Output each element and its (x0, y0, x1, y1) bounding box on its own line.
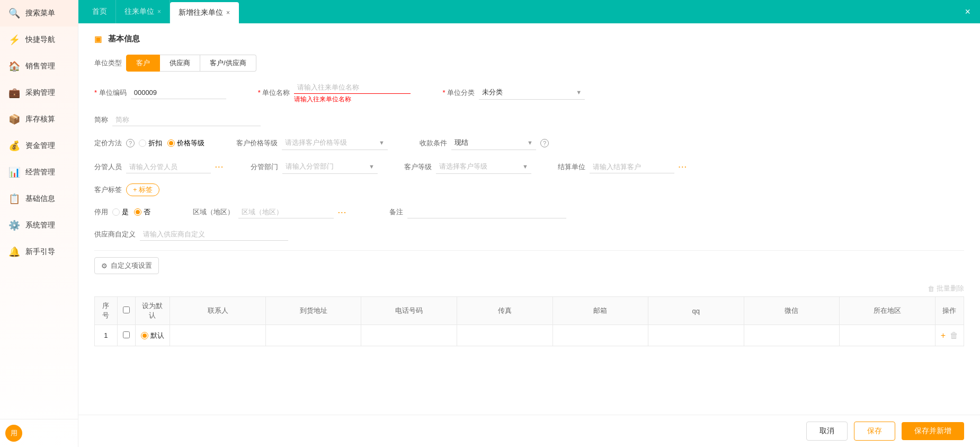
settlement-unit-more-icon[interactable]: ··· (679, 163, 688, 171)
customer-level-label: 客户等级 (404, 162, 432, 172)
tab-home[interactable]: 首页 (84, 0, 116, 23)
supplier-custom-input[interactable] (140, 228, 288, 241)
row-email-input[interactable] (558, 329, 643, 341)
row-region[interactable] (840, 325, 936, 346)
tag-label: 客户标签 (94, 185, 122, 195)
row-phone-input[interactable] (367, 329, 451, 341)
payment-terms-select[interactable]: 现结 ▼ (451, 136, 536, 150)
operations-icon: 📊 (8, 166, 20, 178)
custom-settings-row: ⚙ 自定义项设置 (94, 257, 964, 274)
row-wechat-input[interactable] (750, 329, 834, 341)
region-more-icon[interactable]: ··· (338, 208, 347, 216)
customer-level-select[interactable]: 请选择客户等级 ▼ (436, 160, 531, 174)
payment-help-icon[interactable]: ? (540, 139, 549, 147)
cancel-button[interactable]: 取消 (806, 422, 848, 441)
row-fax[interactable] (457, 325, 553, 346)
remark-group: 备注 (389, 206, 566, 218)
customer-price-select[interactable]: 请选择客户价格等级 ▼ (282, 136, 388, 150)
pricing-help-icon[interactable]: ? (126, 139, 135, 147)
save-button[interactable]: 保存 (854, 422, 895, 441)
guide-icon: 🔔 (8, 246, 20, 258)
tab-counterpart[interactable]: 往来单位 × (116, 0, 170, 23)
type-btn-supplier[interactable]: 供应商 (160, 55, 200, 72)
tab-counterpart-close[interactable]: × (157, 8, 161, 15)
pricing-radio-level[interactable]: 价格等级 (167, 138, 204, 148)
row-contact-input[interactable] (175, 329, 260, 341)
row-phone[interactable] (361, 325, 457, 346)
unit-name-input-wrapper: 请输入往来单位名称 (294, 81, 411, 104)
unit-category-chevron: ▼ (576, 89, 582, 95)
disabled-label: 停用 (94, 207, 108, 217)
add-tag-button[interactable]: + 标签 (126, 183, 159, 196)
row-default-radio[interactable]: 默认 (141, 331, 165, 340)
row-address[interactable] (265, 325, 361, 346)
row-wechat[interactable] (744, 325, 840, 346)
sidebar-item-purchase[interactable]: 💼 采购管理 (0, 80, 78, 106)
unit-code-label: * 单位编码 (94, 88, 127, 98)
row-fax-input[interactable] (462, 329, 547, 341)
unit-category-select[interactable]: 未分类 ▼ (479, 85, 585, 100)
row-checkbox[interactable] (117, 325, 135, 346)
sidebar-item-finance[interactable]: 💰 资金管理 (0, 133, 78, 159)
row-delete-button[interactable]: 🗑 (950, 331, 958, 340)
manager-input[interactable] (126, 161, 211, 173)
sidebar-item-quick-nav[interactable]: ⚡ 快捷导航 (0, 27, 78, 53)
tab-new-counterpart-close[interactable]: × (226, 9, 230, 16)
custom-settings-button[interactable]: ⚙ 自定义项设置 (94, 257, 159, 274)
sidebar-item-guide[interactable]: 🔔 新手引导 (0, 239, 78, 265)
sidebar-item-search[interactable]: 🔍 搜索菜单 (0, 0, 78, 27)
department-chevron: ▼ (369, 163, 375, 170)
radio-discount-circle (139, 139, 146, 147)
window-close-button[interactable]: × (960, 6, 975, 17)
sidebar-item-system[interactable]: ⚙️ 系统管理 (0, 212, 78, 239)
basic-icon: 📋 (8, 193, 20, 205)
short-name-input[interactable] (112, 113, 261, 126)
row-region-input[interactable] (845, 329, 930, 341)
row-qq-input[interactable] (654, 329, 738, 341)
row-default[interactable]: 默认 (135, 325, 170, 346)
type-btn-both[interactable]: 客户/供应商 (200, 55, 256, 72)
sidebar-item-basic[interactable]: 📋 基础信息 (0, 186, 78, 212)
unit-code-input[interactable] (131, 86, 226, 99)
col-email: 邮箱 (553, 297, 648, 325)
sidebar-item-operations[interactable]: 📊 经营管理 (0, 159, 78, 186)
row-contact[interactable] (170, 325, 266, 346)
row-actions: + 🗑 (935, 325, 964, 346)
tab-new-counterpart[interactable]: 新增往来单位 × (170, 2, 239, 23)
type-btn-customer[interactable]: 客户 (126, 55, 160, 72)
pricing-method-group: 定价方法 ? 折扣 价格等级 (94, 138, 204, 148)
settings-gear-icon: ⚙ (101, 262, 108, 270)
system-icon: ⚙️ (8, 220, 20, 231)
row-qq[interactable] (648, 325, 744, 346)
customer-price-label: 客户价格等级 (236, 138, 278, 148)
customer-price-chevron: ▼ (379, 139, 385, 146)
radio-yes-circle (112, 208, 120, 216)
unit-name-input[interactable] (294, 81, 411, 94)
department-select[interactable]: 请输入分管部门 ▼ (282, 160, 378, 174)
supplier-custom-row: 供应商自定义 (94, 228, 964, 241)
unit-type-row: 单位类型 客户 供应商 客户/供应商 (94, 55, 964, 72)
disabled-yes[interactable]: 是 (112, 207, 129, 217)
sidebar-item-sales[interactable]: 🏠 销售管理 (0, 53, 78, 80)
batch-delete-button[interactable]: 🗑 批量删除 (928, 284, 964, 293)
sidebar-item-inventory[interactable]: 📦 库存核算 (0, 106, 78, 133)
row-select-checkbox[interactable] (123, 331, 130, 338)
row-email[interactable] (553, 325, 648, 346)
save-new-button[interactable]: 保存并新增 (902, 422, 964, 440)
settlement-unit-input[interactable] (590, 161, 674, 173)
pricing-radio-discount[interactable]: 折扣 (139, 138, 162, 148)
remark-input[interactable] (407, 206, 566, 218)
disabled-no[interactable]: 否 (134, 207, 150, 217)
col-no: 序号 (95, 297, 118, 325)
unit-type-label: 单位类型 (94, 58, 122, 68)
payment-terms-chevron: ▼ (527, 139, 533, 146)
select-all-checkbox[interactable] (123, 306, 130, 313)
search-icon: 🔍 (8, 7, 20, 19)
batch-delete-icon: 🗑 (928, 285, 934, 293)
quick-nav-icon: ⚡ (8, 34, 20, 46)
manager-more-icon[interactable]: ··· (215, 163, 224, 171)
pricing-method-label: 定价方法 (94, 138, 122, 148)
row-address-input[interactable] (271, 329, 356, 341)
row-add-button[interactable]: + (941, 331, 946, 340)
region-input[interactable] (238, 206, 334, 218)
